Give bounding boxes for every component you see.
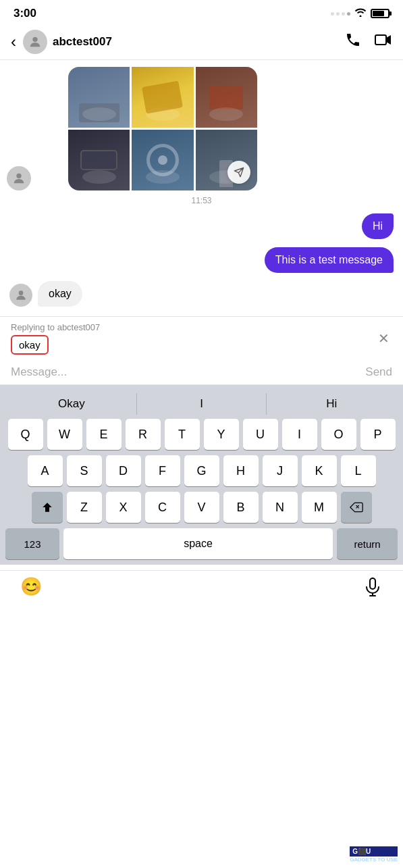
space-key[interactable]: space: [63, 528, 333, 559]
emoji-button[interactable]: 😊: [20, 576, 42, 597]
backspace-key[interactable]: [341, 492, 372, 523]
key-o[interactable]: O: [321, 419, 356, 450]
key-g[interactable]: G: [184, 455, 219, 486]
key-k[interactable]: K: [302, 455, 337, 486]
suggestion-i[interactable]: I: [137, 393, 267, 415]
key-row-1: Q W E R T Y U I O P: [3, 419, 400, 450]
back-button[interactable]: ‹: [11, 32, 16, 51]
wifi-icon: [354, 7, 367, 20]
send-button[interactable]: Send: [365, 365, 392, 379]
photo-cell-6: [196, 130, 257, 190]
key-l[interactable]: L: [341, 455, 376, 486]
receiver-avatar: [9, 284, 32, 307]
key-z[interactable]: Z: [67, 492, 102, 523]
mic-icon[interactable]: [362, 577, 383, 597]
reply-info: Replying to abctest007 okay: [11, 322, 375, 355]
reply-bar: Replying to abctest007 okay ✕: [0, 316, 403, 360]
chat-area: 11:53 Hi This is a test message okay: [0, 60, 403, 316]
svg-point-2: [16, 174, 21, 178]
message-input-bar: Send: [0, 360, 403, 385]
watermark: G⬛U GADGETS TO USE: [350, 846, 398, 863]
status-icons: [331, 7, 389, 20]
key-b[interactable]: B: [223, 492, 259, 523]
return-key[interactable]: return: [337, 528, 398, 559]
key-i[interactable]: I: [282, 419, 317, 450]
key-j[interactable]: J: [263, 455, 298, 486]
key-q[interactable]: Q: [8, 419, 43, 450]
suggestions-bar: Okay I Hi: [0, 390, 403, 419]
keyboard: Okay I Hi Q W E R T Y U I O P A S D F G …: [0, 385, 403, 565]
message-input[interactable]: [11, 365, 365, 379]
sender-avatar: [7, 166, 31, 190]
suggestion-okay[interactable]: Okay: [7, 393, 137, 415]
photo-cell-4: [68, 130, 130, 190]
signal-icon: [331, 12, 350, 16]
key-e[interactable]: E: [86, 419, 122, 450]
reply-label: Replying to abctest007: [11, 322, 375, 332]
svg-rect-4: [370, 578, 375, 589]
sent-message-test: This is a test message: [0, 245, 403, 278]
key-m[interactable]: M: [302, 492, 337, 523]
numbers-key[interactable]: 123: [5, 528, 59, 559]
key-rows: Q W E R T Y U I O P A S D F G H J K L: [0, 419, 403, 565]
video-call-icon[interactable]: [375, 32, 392, 52]
call-icon[interactable]: [345, 32, 361, 52]
close-reply-button[interactable]: ✕: [375, 328, 392, 349]
key-w[interactable]: W: [47, 419, 82, 450]
contact-name[interactable]: abctest007: [53, 35, 345, 49]
reply-content: okay: [11, 335, 49, 355]
key-p[interactable]: P: [360, 419, 396, 450]
battery-icon: [371, 9, 389, 18]
photo-cell-1: [68, 67, 130, 128]
key-row-3: Z X C V B N M: [3, 492, 400, 523]
bubble-hi: Hi: [362, 213, 394, 239]
key-t[interactable]: T: [165, 419, 200, 450]
received-message-okay: okay: [0, 278, 403, 309]
key-v[interactable]: V: [184, 492, 219, 523]
bubble-okay: okay: [38, 281, 82, 307]
key-row-2: A S D F G H J K L: [3, 455, 400, 486]
key-row-4: 123 space return: [3, 528, 400, 565]
suggestion-hi[interactable]: Hi: [267, 393, 396, 415]
share-button[interactable]: [227, 161, 250, 184]
key-n[interactable]: N: [263, 492, 298, 523]
key-c[interactable]: C: [145, 492, 180, 523]
key-h[interactable]: H: [223, 455, 259, 486]
svg-point-3: [19, 290, 24, 295]
key-d[interactable]: D: [106, 455, 141, 486]
key-s[interactable]: S: [67, 455, 102, 486]
contact-avatar: [23, 30, 47, 54]
bubble-test: This is a test message: [265, 247, 394, 273]
key-r[interactable]: R: [126, 419, 161, 450]
svg-rect-1: [375, 35, 386, 45]
photo-cell-3: [196, 67, 257, 128]
key-x[interactable]: X: [106, 492, 141, 523]
key-a[interactable]: A: [28, 455, 63, 486]
status-bar: 3:00: [0, 0, 403, 24]
nav-bar: ‹ abctest007: [0, 24, 403, 60]
svg-point-0: [32, 37, 37, 42]
photo-cell-2: [132, 67, 193, 128]
message-timestamp: 11:53: [0, 196, 403, 205]
bottom-bar: 😊: [0, 570, 403, 604]
photo-grid-message: [0, 67, 403, 190]
key-f[interactable]: F: [145, 455, 180, 486]
nav-actions: [345, 32, 392, 52]
sent-message-hi: Hi: [0, 211, 403, 245]
shift-key[interactable]: [32, 492, 63, 523]
key-y[interactable]: Y: [204, 419, 239, 450]
photo-cell-5: [132, 130, 193, 190]
key-u[interactable]: U: [243, 419, 278, 450]
status-time: 3:00: [14, 7, 36, 20]
